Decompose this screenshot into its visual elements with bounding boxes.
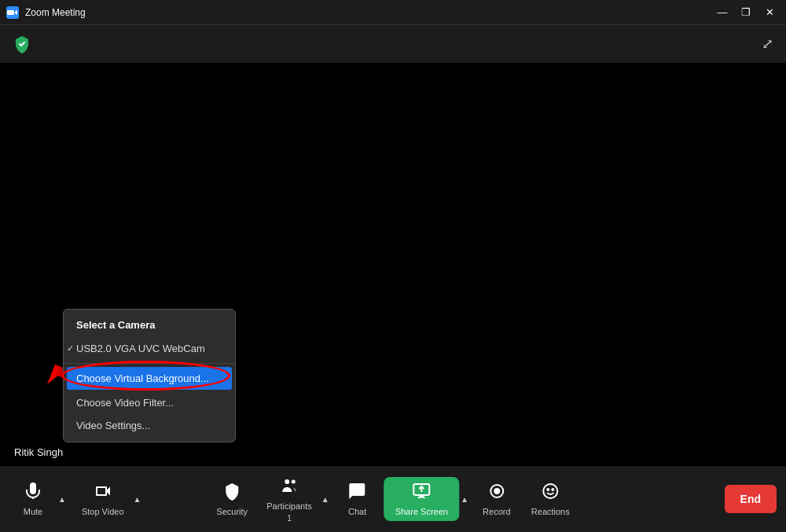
chat-label: Chat	[348, 507, 366, 516]
share-screen-label: Share Screen	[395, 507, 448, 516]
share-screen-caret[interactable]: ▲	[459, 493, 470, 505]
chat-button[interactable]: Chat	[334, 477, 381, 521]
chat-icon	[348, 482, 367, 504]
svg-point-10	[543, 484, 557, 498]
window-title: Zoom Meeting	[25, 7, 86, 18]
menu-divider	[64, 363, 235, 364]
svg-point-12	[552, 489, 553, 490]
svg-point-3	[285, 479, 289, 484]
svg-point-4	[291, 479, 295, 483]
toolbar-left: Mute ▲ Stop Video ▲	[9, 477, 142, 521]
reactions-label: Reactions	[531, 507, 570, 516]
record-button[interactable]: Record	[473, 477, 520, 521]
camera-option-virtual-bg[interactable]: Choose Virtual Background...	[67, 367, 232, 390]
mute-caret[interactable]: ▲	[57, 493, 68, 505]
minimize-button[interactable]: —	[712, 5, 733, 20]
participants-icon	[280, 476, 299, 498]
title-bar-controls: — ❐ ✕	[712, 5, 780, 20]
camera-option-usb[interactable]: USB2.0 VGA UVC WebCam	[64, 337, 235, 360]
stop-video-group: Stop Video ▲	[74, 477, 143, 521]
zoom-logo-icon	[6, 6, 19, 19]
mute-button[interactable]: Mute	[9, 477, 57, 521]
camera-option-video-filter[interactable]: Choose Video Filter...	[64, 391, 235, 414]
participants-group: Participants 1 ▲	[259, 471, 330, 527]
stop-video-icon	[94, 482, 112, 504]
security-button[interactable]: Security	[208, 477, 255, 521]
context-menu: Select a Camera USB2.0 VGA UVC WebCam Ch…	[63, 309, 236, 442]
context-menu-title: Select a Camera	[64, 314, 235, 337]
participants-label: Participants	[266, 501, 311, 511]
stop-video-label: Stop Video	[82, 507, 124, 516]
toolbar: Mute ▲ Stop Video ▲	[0, 466, 786, 532]
stop-video-caret[interactable]: ▲	[132, 493, 143, 505]
mute-label: Mute	[24, 507, 42, 516]
security-icon	[222, 482, 241, 504]
camera-option-video-settings[interactable]: Video Settings...	[64, 414, 235, 437]
record-icon	[487, 482, 506, 504]
participants-button[interactable]: Participants 1	[259, 471, 319, 527]
top-bar: ⤢	[0, 25, 786, 63]
participants-caret[interactable]: ▲	[320, 493, 331, 505]
stop-video-button[interactable]: Stop Video	[74, 477, 132, 521]
expand-button[interactable]: ⤢	[762, 35, 773, 53]
share-screen-group: Share Screen ▲	[384, 477, 470, 521]
reactions-icon	[541, 482, 560, 504]
svg-point-11	[547, 489, 549, 490]
record-label: Record	[483, 507, 510, 516]
svg-point-9	[494, 488, 500, 494]
participants-count: 1	[287, 514, 292, 523]
toolbar-right: End	[725, 485, 777, 513]
mute-icon	[24, 482, 42, 504]
title-bar: Zoom Meeting — ❐ ✕	[0, 0, 786, 25]
share-screen-icon	[412, 482, 431, 504]
user-name-label: Ritik Singh	[9, 445, 68, 460]
reactions-button[interactable]: Reactions	[523, 477, 578, 521]
mute-group: Mute ▲	[9, 477, 68, 521]
video-area: Ritik Singh Select a Camera USB2.0 VGA U…	[0, 63, 786, 466]
end-button[interactable]: End	[725, 485, 777, 513]
maximize-button[interactable]: ❐	[736, 5, 756, 20]
share-screen-button[interactable]: Share Screen	[384, 477, 459, 521]
toolbar-center: Security Participants 1 ▲	[208, 471, 577, 527]
close-button[interactable]: ✕	[759, 5, 780, 20]
title-bar-left: Zoom Meeting	[6, 6, 86, 19]
shield-icon	[13, 35, 31, 53]
security-label: Security	[216, 507, 248, 516]
